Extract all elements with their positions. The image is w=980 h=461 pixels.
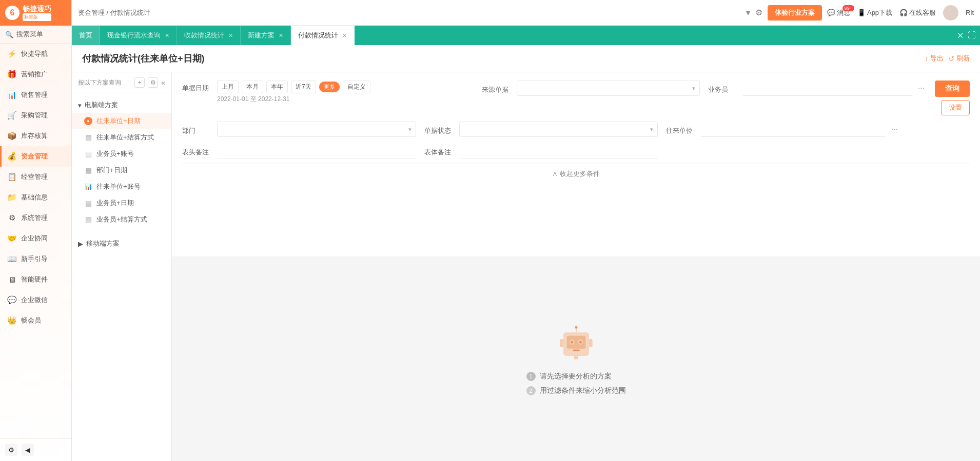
tab-close-cash-flow[interactable]: ✕ [165,32,169,39]
tab-label-collection: 收款情况统计 [184,31,224,40]
table-header-note-input[interactable] [217,143,416,158]
empty-illustration [551,323,602,364]
sidebar-item-system[interactable]: ⚙ 系统管理 [0,208,71,228]
sidebar-item-purchase[interactable]: 🛒 采购管理 [0,105,71,126]
user-avatar[interactable] [943,5,958,21]
scheme-label-staff-settle: 业务员+结算方式 [96,215,147,224]
desktop-group-title[interactable]: ▾ 电脑端方案 [72,97,171,113]
scheme-item-staff-account[interactable]: ▦业务员+账号 [72,146,171,162]
tab-cash-flow[interactable]: 现金银行流水查询✕ [100,26,177,45]
sidebar-bottom: ⚙ ◀ [0,438,71,461]
empty-tip-2: 2 用过滤条件来缩小分析范围 [526,386,626,395]
mobile-arrow-icon: ▶ [78,240,83,248]
scheme-item-unit-settle[interactable]: ▦往来单位+结算方式 [72,129,171,146]
date-prev-month-btn[interactable]: 上月 [217,81,239,93]
tip-text-1: 请先选择要分析的方案 [540,372,612,381]
tab-collection[interactable]: 收款情况统计✕ [177,26,241,45]
staff-dots-icon[interactable]: ··· [916,84,927,93]
partner-input[interactable] [701,122,885,137]
add-scheme-icon[interactable]: + [134,77,145,88]
scheme-icon-unit-settle: ▦ [84,133,92,142]
sidebar-item-enterprise[interactable]: 🤝 企业协同 [0,228,71,249]
search-icon: 🔍 [5,31,13,38]
topbar-dropdown-icon[interactable]: ▾ [746,8,750,17]
settings-bottom-icon[interactable]: ⚙ [5,444,17,456]
source-doc-select[interactable]: ▾ [517,81,700,96]
page-title: 付款情况统计(往来单位+日期) [82,52,205,65]
collapse-panel-icon[interactable]: « [161,78,165,87]
collapse-conditions-btn[interactable]: ∧ 收起更多条件 [182,164,970,184]
collapse-sidebar-icon[interactable]: ◀ [22,444,34,456]
sidebar-item-member[interactable]: 👑 畅会员 [0,310,71,331]
quick-nav-icon: ⚡ [7,49,17,59]
service-btn[interactable]: 🎧 在线客服 [899,8,936,17]
tab-close-collection[interactable]: ✕ [228,32,233,39]
sidebar-item-hardware[interactable]: 🖥 智能硬件 [0,269,71,290]
main-content: 付款情况统计(往来单位+日期) ↑ 导出 ↺ 刷新 按以下方案查询 + ⚙ « [72,45,980,461]
fullscreen-icon[interactable]: ⛶ [968,31,976,40]
scheme-item-staff-date[interactable]: ▦业务员+日期 [72,195,171,211]
table-body-note-label: 表体备注 [424,145,455,157]
date-cur-year-btn[interactable]: 本年 [266,81,288,93]
table-body-note-input[interactable] [459,143,658,158]
filter-row-2: 部门 ▾ 单据状态 ▾ 往来单位 [182,122,970,137]
sidebar-item-inventory[interactable]: 📦 库存核算 [0,126,71,146]
sidebar-item-sales[interactable]: 📊 销售管理 [0,85,71,105]
topbar: 资金管理 / 付款情况统计 ▾ ⚙ 体验行业方案 💬 消息 99+ 📱 App下… [72,0,980,26]
sidebar-item-wechat[interactable]: 💬 企业微信 [0,290,71,310]
sidebar-item-operation[interactable]: 📋 经营管理 [0,167,71,187]
tab-label-cash-flow: 现金银行流水查询 [107,31,161,40]
staff-input[interactable] [743,81,911,96]
query-buttons: 查询 设置 [935,81,970,115]
sidebar-item-guide[interactable]: 📖 新手引导 [0,249,71,269]
scheme-label-staff-account: 业务员+账号 [96,149,134,158]
tab-home[interactable]: 首页 [72,26,100,45]
app-download-btn[interactable]: 📱 App下载 [857,8,892,17]
sidebar-item-basic-info[interactable]: 📁 基础信息 [0,187,71,208]
tab-label-new-scheme: 新建方案 [248,31,275,40]
topbar-settings-icon[interactable]: ⚙ [755,8,762,17]
mobile-group-title[interactable]: ▶ 移动端方案 [72,236,171,251]
refresh-btn[interactable]: ↺ 刷新 [949,54,970,63]
date-7days-btn[interactable]: 近7天 [291,81,316,93]
dept-select[interactable]: ▾ [217,122,416,137]
industry-btn[interactable]: 体验行业方案 [768,5,822,21]
query-btn[interactable]: 查询 [935,81,970,97]
tab-close-payment-stat[interactable]: ✕ [342,32,347,39]
close-all-icon[interactable]: ✕ [957,31,964,41]
tab-close-new-scheme[interactable]: ✕ [279,32,283,39]
settings-filter-btn[interactable]: 设置 [941,100,970,115]
tab-payment-stat[interactable]: 付款情况统计✕ [291,26,355,45]
export-btn[interactable]: ↑ 导出 [925,54,944,63]
page-header: 付款情况统计(往来单位+日期) ↑ 导出 ↺ 刷新 [72,45,980,72]
tab-new-scheme[interactable]: 新建方案✕ [241,26,291,45]
search-menu[interactable]: 🔍 搜索菜单 [0,26,71,44]
tab-label-payment-stat: 付款情况统计 [298,31,338,40]
scheme-item-dept-date[interactable]: ▦部门+日期 [72,162,171,178]
scheme-item-staff-settle[interactable]: ▦业务员+结算方式 [72,211,171,228]
search-menu-label: 搜索菜单 [16,30,43,39]
scheme-label-unit-account: 往来单位+账号 [96,182,141,191]
scheme-item-unit-date[interactable]: ●往来单位+日期 [72,113,171,129]
dept-arrow: ▾ [408,126,411,133]
enterprise-icon: 🤝 [7,233,17,244]
message-btn[interactable]: 💬 消息 99+ [827,8,850,17]
date-more-btn[interactable]: 更多 [319,82,340,92]
hardware-label: 智能硬件 [21,275,48,284]
system-icon: ⚙ [7,213,17,223]
sidebar-item-capital[interactable]: 💰 资金管理 [0,146,71,167]
doc-status-select[interactable]: ▾ [459,122,658,137]
empty-tip-1: 1 请先选择要分析的方案 [526,372,626,381]
partner-dots-icon[interactable]: ··· [889,125,900,134]
logo-icon: 6 [5,6,19,20]
username-label[interactable]: Rit [966,9,974,16]
manage-scheme-icon[interactable]: ⚙ [148,77,158,88]
date-custom-btn[interactable]: 自定义 [343,81,370,93]
scheme-item-unit-account[interactable]: 📊往来单位+账号 [72,178,171,195]
date-cur-month-btn[interactable]: 本月 [242,81,263,93]
source-doc-label: 来源单据 [482,82,513,94]
sidebar-item-marketing[interactable]: 🎁 营销推广 [0,64,71,85]
capital-icon: 💰 [7,151,17,162]
source-doc-arrow: ▾ [692,85,695,92]
sidebar-item-quick-nav[interactable]: ⚡ 快捷导航 [0,44,71,64]
